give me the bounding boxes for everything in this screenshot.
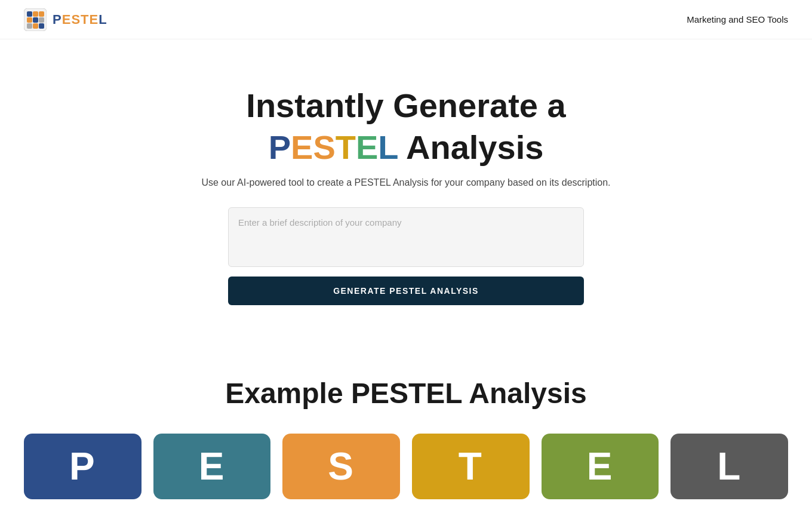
hero-title-line1: Instantly Generate a xyxy=(246,87,565,124)
company-description-input[interactable] xyxy=(228,207,584,267)
nav-marketing-seo-link[interactable]: Marketing and SEO Tools xyxy=(687,14,788,24)
svg-rect-3 xyxy=(39,11,44,17)
pestel-card-s: S xyxy=(282,434,400,499)
logo-text: PESTEL xyxy=(53,12,107,27)
pestel-card-p: P xyxy=(24,434,142,499)
pestel-card-e2: E xyxy=(542,434,659,499)
svg-rect-8 xyxy=(33,23,38,29)
pestel-letter-t: T xyxy=(336,128,356,166)
pestel-letter-e: E xyxy=(291,128,313,166)
svg-rect-9 xyxy=(39,23,44,29)
pestel-card-l: L xyxy=(670,434,788,499)
hero-analysis-text: Analysis xyxy=(398,128,544,166)
logo[interactable]: PESTEL xyxy=(24,8,107,31)
svg-rect-1 xyxy=(27,11,32,17)
svg-rect-2 xyxy=(33,11,38,17)
svg-rect-7 xyxy=(27,23,32,29)
pestel-card-t: T xyxy=(412,434,530,499)
hero-section: Instantly Generate a PESTEL Analysis Use… xyxy=(0,39,812,341)
hero-subtitle: Use our AI-powered tool to create a PEST… xyxy=(201,177,610,188)
pestel-card-e: E xyxy=(153,434,271,499)
hero-title-line2: PESTEL Analysis xyxy=(269,129,544,166)
pestel-letter-l: L xyxy=(378,128,398,166)
svg-rect-6 xyxy=(39,17,44,23)
pestel-letter-p: P xyxy=(269,128,291,166)
logo-icon xyxy=(24,8,47,31)
svg-rect-5 xyxy=(33,17,38,23)
example-section-title: Example PESTEL Analysis xyxy=(225,377,587,410)
generate-pestel-button[interactable]: GENERATE PESTEL ANALYSIS xyxy=(228,277,584,305)
example-section: Example PESTEL Analysis P E S T E L xyxy=(0,341,812,499)
header: PESTEL Marketing and SEO Tools xyxy=(0,0,812,39)
svg-rect-4 xyxy=(27,17,32,23)
pestel-cards-row: P E S T E L xyxy=(24,434,788,499)
pestel-letter-e2: E xyxy=(356,128,378,166)
pestel-letter-s: S xyxy=(313,128,335,166)
